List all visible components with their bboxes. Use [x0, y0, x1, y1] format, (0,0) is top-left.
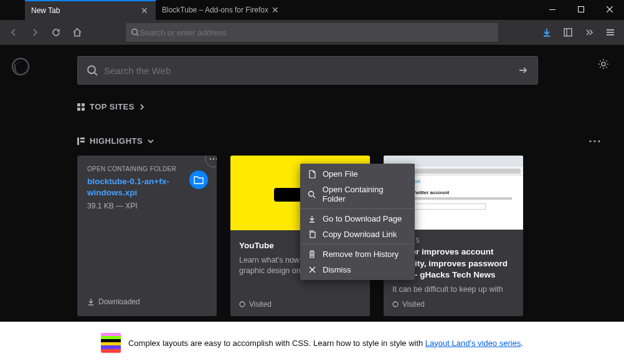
arrow-right-icon[interactable]	[518, 65, 529, 76]
window-controls	[538, 0, 624, 19]
card-description: It can be difficult to keep up with	[392, 284, 514, 295]
overflow-button[interactable]	[579, 22, 599, 42]
search-icon	[87, 65, 98, 76]
url-input[interactable]	[139, 28, 493, 37]
chevron-down-icon	[148, 139, 154, 144]
svg-rect-24	[310, 232, 315, 238]
svg-point-7	[88, 66, 95, 73]
card-footer: Downloaded	[87, 292, 207, 306]
svg-point-17	[598, 140, 600, 142]
maximize-button[interactable]	[567, 0, 595, 19]
banner-text: Complex layouts are easy to accomplish w…	[128, 338, 523, 348]
home-button[interactable]	[67, 22, 87, 42]
sidebar-button[interactable]	[558, 22, 578, 42]
minimize-button[interactable]	[538, 0, 567, 19]
tab-blocktube[interactable]: BlockTube – Add-ons for Firefox ✕	[156, 0, 286, 20]
tab-title: BlockTube – Add-ons for Firefox	[162, 6, 270, 14]
chevron-right-icon	[139, 104, 144, 110]
ctx-dismiss[interactable]: Dismiss	[300, 262, 415, 278]
back-button[interactable]	[4, 22, 24, 42]
svg-rect-11	[82, 108, 85, 111]
search-box[interactable]	[77, 56, 538, 85]
separator	[300, 208, 415, 209]
menu-button[interactable]	[600, 22, 620, 42]
ctx-open-file[interactable]: Open File	[300, 166, 415, 182]
reload-button[interactable]	[46, 22, 66, 42]
svg-point-15	[589, 140, 591, 142]
svg-rect-3	[564, 29, 572, 36]
trash-icon	[308, 250, 316, 258]
card-footer: Visited	[392, 295, 514, 309]
ctx-remove-history[interactable]: Remove from History	[300, 246, 415, 262]
svg-rect-14	[80, 141, 85, 142]
card-download[interactable]: OPEN CONTAINING FOLDER blocktube-0.1-an+…	[77, 156, 217, 316]
separator	[300, 244, 415, 245]
svg-point-19	[213, 158, 215, 160]
context-menu: Open File Open Containing Folder Go to D…	[300, 164, 415, 280]
svg-point-16	[593, 140, 595, 142]
downloads-button[interactable]	[537, 22, 557, 42]
banner-link[interactable]: Layout Land's video series	[425, 338, 521, 348]
highlights-icon	[77, 138, 85, 145]
svg-rect-9	[82, 103, 85, 106]
download-meta: 39.1 KB — XPI	[87, 202, 207, 210]
ctx-open-folder[interactable]: Open Containing Folder	[300, 182, 415, 207]
search-icon	[131, 28, 139, 37]
section-title: HIGHLIGHTS	[90, 136, 143, 146]
banner-image	[101, 333, 121, 353]
section-title: TOP SITES	[90, 102, 135, 111]
forward-button[interactable]	[25, 22, 45, 42]
ctx-copy-link[interactable]: Copy Download Link	[300, 226, 415, 242]
card-label: OPEN CONTAINING FOLDER	[87, 166, 207, 172]
tab-new-tab[interactable]: New Tab ✕	[25, 0, 156, 20]
file-icon	[308, 170, 316, 179]
svg-rect-13	[80, 138, 85, 139]
ctx-go-download-page[interactable]: Go to Download Page	[300, 211, 415, 226]
svg-rect-0	[549, 9, 555, 10]
top-sites-header[interactable]: TOP SITES	[77, 102, 538, 111]
svg-rect-12	[77, 138, 79, 145]
folder-icon	[189, 170, 208, 189]
download-icon	[87, 298, 95, 306]
svg-point-18	[210, 158, 212, 160]
grid-icon	[77, 103, 85, 111]
close-icon[interactable]: ✕	[270, 5, 280, 15]
search-input[interactable]	[104, 65, 518, 76]
svg-point-22	[393, 302, 398, 307]
visited-icon	[392, 301, 399, 307]
tab-title: New Tab	[31, 6, 139, 15]
search-icon	[308, 190, 316, 198]
visited-icon	[239, 301, 245, 307]
svg-rect-10	[77, 108, 80, 111]
snippet-banner: Complex layouts are easy to accomplish w…	[0, 322, 624, 364]
tab-strip: New Tab ✕ BlockTube – Add-ons for Firefo…	[0, 0, 286, 20]
card-footer: Visited	[239, 295, 361, 309]
svg-rect-8	[77, 103, 80, 106]
svg-point-21	[240, 302, 245, 307]
titlebar: New Tab ✕ BlockTube – Add-ons for Firefo…	[0, 0, 624, 20]
close-icon[interactable]: ✕	[139, 6, 149, 16]
svg-rect-1	[579, 7, 584, 12]
download-icon	[308, 215, 316, 223]
copy-icon	[308, 230, 316, 238]
svg-point-20	[216, 158, 217, 160]
close-icon	[308, 266, 316, 273]
svg-point-2	[132, 29, 138, 35]
highlights-header[interactable]: HIGHLIGHTS	[77, 136, 538, 146]
url-bar[interactable]	[126, 23, 498, 42]
nav-toolbar	[0, 20, 624, 45]
close-button[interactable]	[595, 0, 624, 19]
svg-point-23	[309, 191, 314, 196]
section-more-button[interactable]	[589, 140, 600, 142]
